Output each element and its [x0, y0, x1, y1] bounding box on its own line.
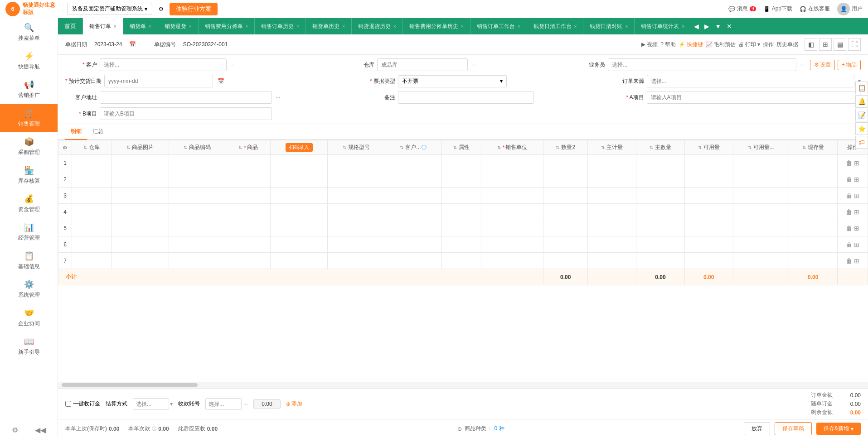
- row-unit-1[interactable]: [481, 155, 543, 171]
- sidebar-item-finance[interactable]: 💰 资金管理: [0, 189, 58, 218]
- sidebar-item-system[interactable]: ⚙️ 系统管理: [0, 275, 58, 303]
- sidebar-item-inventory[interactable]: 🏪 库存核算: [0, 161, 58, 189]
- customer-input[interactable]: [100, 58, 227, 71]
- settings-icon[interactable]: ⚙: [156, 4, 166, 14]
- app-download-btn[interactable]: 📱 App下载: [763, 5, 792, 13]
- row-product-1[interactable]: [226, 155, 270, 171]
- row-attr-1[interactable]: [441, 155, 481, 171]
- invoice-dropdown-icon[interactable]: ▾: [500, 78, 503, 84]
- delete-icon[interactable]: 🗑: [846, 257, 852, 265]
- sidebar-item-operations[interactable]: 📊 经营管理: [0, 218, 58, 246]
- history-btn[interactable]: 历史单据: [776, 41, 798, 48]
- sidebar-item-search[interactable]: 🔍 搜索菜单: [0, 18, 58, 47]
- sub-tab-summary[interactable]: 汇总: [87, 124, 109, 140]
- tab-sales-bill-history[interactable]: 销货单历史 ×: [306, 18, 352, 34]
- copy-icon[interactable]: ⊞: [854, 225, 859, 232]
- dropdown-arrow-icon[interactable]: ▾: [851, 426, 853, 432]
- tab-close-icon[interactable]: ×: [114, 24, 116, 29]
- sidebar-item-quick[interactable]: ⚡ 快捷导航: [0, 47, 58, 75]
- copy-icon[interactable]: ⊞: [854, 159, 859, 167]
- tab-close-icon[interactable]: ×: [296, 24, 299, 29]
- operation-btn[interactable]: 操作: [763, 41, 774, 48]
- address-dots[interactable]: ···: [276, 94, 280, 101]
- tab-close-icon[interactable]: ×: [393, 24, 396, 29]
- copy-icon[interactable]: ⊞: [854, 192, 859, 199]
- delivery-input[interactable]: [104, 75, 213, 87]
- staff-dots[interactable]: ···: [800, 62, 805, 68]
- tab-menu-btn[interactable]: ▼: [712, 18, 724, 34]
- tab-sales-workbench[interactable]: 销售订单工作台 ×: [470, 18, 527, 34]
- tab-home[interactable]: 首页: [58, 18, 83, 34]
- order-source-input[interactable]: [647, 75, 854, 87]
- float-btn-4[interactable]: ⭐: [855, 122, 868, 135]
- tab-sales-fee-split[interactable]: 销售费用分摊单 ×: [199, 18, 255, 34]
- online-service-btn[interactable]: 🎧 在线客服: [800, 5, 830, 13]
- tab-sales-return-history[interactable]: 销货退货历史 ×: [352, 18, 403, 34]
- one-click-check[interactable]: [65, 401, 71, 407]
- tab-close-icon[interactable]: ×: [461, 24, 464, 29]
- tab-sales-bill[interactable]: 销货单 ×: [123, 18, 158, 34]
- tab-sales-fee-history[interactable]: 销售费用分摊单历史 ×: [403, 18, 470, 34]
- delete-icon[interactable]: 🗑: [846, 241, 852, 248]
- float-btn-3[interactable]: 📝: [855, 109, 868, 121]
- float-btn-1[interactable]: 📋: [855, 82, 868, 94]
- calendar-icon[interactable]: 📅: [129, 41, 136, 48]
- add-goods-btn[interactable]: + 物品: [838, 60, 861, 70]
- account-input[interactable]: [205, 398, 242, 410]
- sidebar-item-marketing[interactable]: 📢 营销推广: [0, 75, 58, 104]
- settlement-dropdown[interactable]: ▾: [170, 401, 173, 407]
- right-btn-fullscreen[interactable]: ⛶: [848, 38, 861, 51]
- sidebar-item-guide[interactable]: 📖 新手引导: [0, 332, 58, 361]
- tab-close-icon[interactable]: ×: [342, 24, 345, 29]
- right-btn-1[interactable]: ◧: [805, 38, 817, 51]
- row-spec-1[interactable]: [328, 155, 385, 171]
- view-btn[interactable]: ▶ 视频: [641, 41, 658, 48]
- row-customer-1[interactable]: [385, 155, 441, 171]
- remark-input[interactable]: [398, 91, 534, 104]
- tab-cash-reconcile[interactable]: 钱货日清对账 ×: [583, 18, 635, 34]
- tab-close-icon[interactable]: ×: [574, 24, 577, 29]
- system-selector[interactable]: 装备及固定资产辅助管理系统 ▾: [67, 3, 152, 15]
- tab-close-all-btn[interactable]: ✕: [724, 18, 735, 34]
- tab-next-btn[interactable]: ▶: [702, 18, 712, 34]
- help-btn[interactable]: ? 帮助: [660, 41, 676, 48]
- current-owe-hint[interactable]: ⓘ: [152, 426, 156, 432]
- tab-close-icon[interactable]: ×: [518, 24, 520, 29]
- row-warehouse-1[interactable]: [72, 155, 112, 171]
- float-btn-2[interactable]: 🔔: [855, 95, 868, 108]
- row-code-1[interactable]: [169, 155, 226, 171]
- scan-btn[interactable]: 扫码录入: [286, 143, 313, 152]
- discard-button[interactable]: 放弃: [744, 422, 770, 435]
- save-new-button[interactable]: 保存&新增 ▾: [816, 423, 861, 435]
- delete-icon[interactable]: 🗑: [846, 208, 852, 216]
- customer-dots[interactable]: ···: [230, 62, 235, 68]
- row-qty2-1[interactable]: [543, 155, 588, 171]
- add-payment-btn[interactable]: ⊕ 添加: [286, 400, 302, 408]
- calendar-icon-delivery[interactable]: 📅: [218, 78, 224, 84]
- a-project-input[interactable]: [647, 91, 861, 104]
- delete-icon[interactable]: 🗑: [846, 225, 852, 232]
- sidebar-item-basicinfo[interactable]: 📋 基础信息: [0, 246, 58, 275]
- row-mainqty-1[interactable]: [636, 155, 685, 171]
- tab-sales-order-history[interactable]: 销售订单历史 ×: [255, 18, 306, 34]
- column-settings-btn[interactable]: ⚙ 设置: [810, 60, 835, 70]
- tab-close-icon[interactable]: ×: [189, 24, 192, 29]
- sidebar-collapse-btn[interactable]: ◀◀: [35, 426, 46, 434]
- right-btn-2[interactable]: ⊞: [819, 38, 832, 51]
- copy-icon[interactable]: ⊞: [854, 176, 859, 183]
- staff-input[interactable]: [608, 58, 796, 71]
- profit-btn[interactable]: 📈 毛利预估: [706, 41, 736, 48]
- one-click-checkbox[interactable]: 一键收订金: [65, 400, 100, 408]
- delete-icon[interactable]: 🗑: [846, 192, 852, 199]
- settlement-input[interactable]: [133, 398, 169, 410]
- copy-icon[interactable]: ⊞: [854, 241, 859, 248]
- tab-close-icon[interactable]: ×: [682, 24, 684, 29]
- tab-sales-return[interactable]: 销货退货 ×: [158, 18, 199, 34]
- sidebar-item-purchase[interactable]: 📦 采购管理: [0, 132, 58, 161]
- copy-icon[interactable]: ⊞: [854, 208, 859, 216]
- sidebar-item-sales[interactable]: 🛒 销售管理: [0, 104, 58, 132]
- message-btn[interactable]: 💬 消息 9: [728, 5, 756, 13]
- account-dots[interactable]: ···: [243, 401, 248, 407]
- shortcut-btn[interactable]: ⚡ 快捷键: [679, 41, 703, 48]
- tab-close-icon[interactable]: ×: [246, 24, 248, 29]
